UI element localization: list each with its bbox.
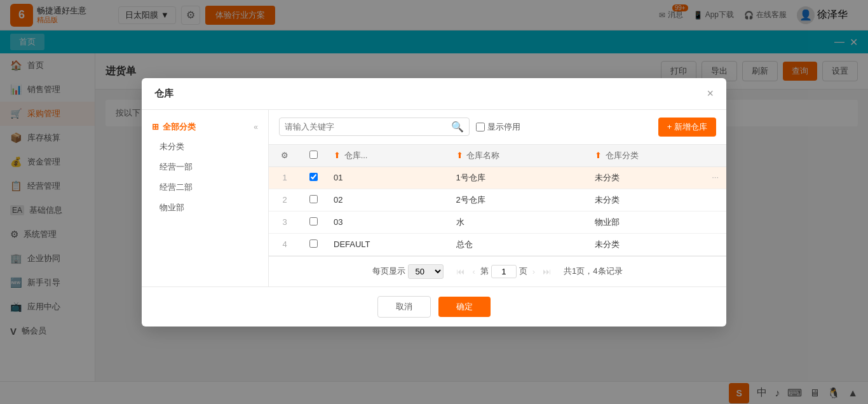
page-input[interactable] [491, 265, 517, 278]
first-page-button[interactable]: ⏮ [454, 266, 467, 278]
row-name: 水 [449, 211, 588, 233]
row-name: 1号仓库 [449, 166, 588, 189]
data-toolbar: 🔍 显示停用 + 新增仓库 [269, 110, 726, 145]
row-num-cell: 1 [269, 166, 301, 189]
data-table: ⚙ ⬆ 仓库... ⬆ [269, 145, 726, 256]
page-unit: 页 [519, 266, 527, 277]
row-code: 02 [326, 189, 449, 211]
page-label: 第 [480, 266, 489, 277]
gear-col-icon: ⚙ [281, 151, 288, 160]
search-icon: 🔍 [451, 121, 464, 133]
confirm-button[interactable]: 确定 [438, 297, 491, 317]
table-row[interactable]: 4 DEFAULT 总仓 未分类 [269, 233, 726, 255]
row-name: 2号仓库 [449, 189, 588, 211]
col-header-category: ⬆ 仓库分类 [587, 145, 726, 167]
modal-body: ⊞ 全部分类 « 未分类 经营一部 经营二部 物业部 🔍 [142, 110, 726, 286]
category-all-header[interactable]: ⊞ 全部分类 « [142, 118, 268, 137]
row-checkbox-cell [301, 211, 326, 233]
row-category: 未分类 [587, 233, 726, 255]
page-size-select[interactable]: 50 100 200 [408, 264, 444, 279]
sort-icon-name: ⬆ [456, 151, 463, 160]
table-row[interactable]: 1 01 1号仓库 未分类 ··· [269, 166, 726, 189]
data-panel: 🔍 显示停用 + 新增仓库 ⚙ [269, 110, 726, 286]
page-navigation: ⏮ ‹ 第 页 › ⏭ [454, 265, 553, 278]
add-warehouse-button[interactable]: + 新增仓库 [658, 118, 716, 137]
row-checkbox[interactable] [309, 173, 318, 181]
select-all-checkbox[interactable] [309, 151, 318, 159]
sort-icon-code: ⬆ [334, 151, 341, 160]
grid-icon: ⊞ [152, 122, 159, 131]
row-checkbox[interactable] [309, 239, 318, 248]
category-all-label: ⊞ 全部分类 [152, 121, 196, 133]
row-num-cell: 3 [269, 211, 301, 233]
per-page-label: 每页显示 [372, 266, 405, 277]
prev-page-button[interactable]: ‹ [470, 266, 477, 278]
warehouse-table: ⚙ ⬆ 仓库... ⬆ [269, 145, 726, 256]
show-disabled-label: 显示停用 [487, 121, 520, 133]
row-checkbox-cell [301, 166, 326, 189]
last-page-button[interactable]: ⏭ [540, 266, 553, 278]
disabled-checkbox[interactable] [476, 123, 485, 131]
modal-overlay: 仓库 × ⊞ 全部分类 « 未分类 经营一部 经营二部 物业部 [0, 0, 868, 404]
col-header-name: ⬆ 仓库名称 [449, 145, 588, 167]
page-size-selector: 每页显示 50 100 200 [372, 264, 444, 279]
col-header-gear: ⚙ [269, 145, 301, 167]
col-header-code: ⬆ 仓库... [326, 145, 449, 167]
all-categories-text: 全部分类 [163, 121, 196, 133]
total-label: 共1页，4条记录 [564, 266, 622, 277]
pagination: 每页显示 50 100 200 ⏮ ‹ 第 页 › [269, 256, 726, 286]
row-num-cell: 2 [269, 189, 301, 211]
search-input[interactable] [285, 122, 451, 131]
row-more-btn[interactable]: ··· [712, 172, 719, 182]
collapse-icon[interactable]: « [254, 123, 258, 131]
category-item-none[interactable]: 未分类 [142, 137, 268, 157]
table-row[interactable]: 3 03 水 物业部 [269, 211, 726, 233]
cancel-button[interactable]: 取消 [377, 296, 431, 318]
search-box: 🔍 [279, 118, 470, 136]
row-category: 未分类 ··· [587, 166, 726, 189]
row-category: 物业部 [587, 211, 726, 233]
modal-footer: 取消 确定 [142, 286, 726, 327]
next-page-button[interactable]: › [530, 266, 538, 278]
row-category: 未分类 [587, 189, 726, 211]
row-checkbox[interactable] [309, 217, 318, 226]
row-num-cell: 4 [269, 233, 301, 255]
row-code: 01 [326, 166, 449, 189]
modal-title: 仓库 [154, 88, 173, 100]
modal-close-button[interactable]: × [707, 87, 714, 100]
sort-icon-category: ⬆ [595, 151, 602, 160]
col-header-check [301, 145, 326, 167]
warehouse-modal: 仓库 × ⊞ 全部分类 « 未分类 经营一部 经营二部 物业部 [142, 78, 726, 327]
modal-header: 仓库 × [142, 78, 726, 110]
show-disabled-checkbox[interactable]: 显示停用 [476, 121, 520, 133]
category-item-property[interactable]: 物业部 [142, 198, 268, 218]
row-code: DEFAULT [326, 233, 449, 255]
row-checkbox-cell [301, 233, 326, 255]
category-item-op1[interactable]: 经营一部 [142, 157, 268, 177]
category-item-op2[interactable]: 经营二部 [142, 177, 268, 198]
row-checkbox[interactable] [309, 195, 318, 203]
row-code: 03 [326, 211, 449, 233]
row-checkbox-cell [301, 189, 326, 211]
row-name: 总仓 [449, 233, 588, 255]
category-panel: ⊞ 全部分类 « 未分类 经营一部 经营二部 物业部 [142, 110, 269, 286]
table-row[interactable]: 2 02 2号仓库 未分类 [269, 189, 726, 211]
